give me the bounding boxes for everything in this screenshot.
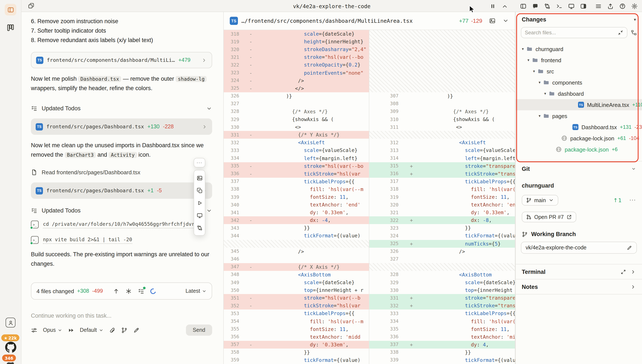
window-stack-icon[interactable] (28, 2, 34, 9)
diff-line[interactable]: 327 (224, 100, 369, 108)
collapse-up-icon[interactable] (502, 3, 508, 9)
open-pr-button[interactable]: Open PR #7 (522, 212, 576, 222)
play-icon[interactable] (194, 196, 205, 209)
changes-section-header[interactable]: Changes ▾ (516, 12, 642, 24)
diff-line[interactable]: 315+ stroke="transparent" (369, 162, 515, 170)
search-files-box[interactable] (521, 27, 627, 38)
diff-line[interactable]: 326 )} (224, 92, 369, 100)
diff-line[interactable]: 358 }} (224, 348, 369, 356)
diff-line[interactable]: 316+ tickStroke="transpa (369, 170, 515, 178)
diff-line[interactable]: 333 scale={valueScale} (224, 146, 369, 154)
diff-line[interactable]: 356 textAnchor: 'midd (224, 333, 369, 340)
tree-folder-frontend[interactable]: ▾frontend (516, 54, 642, 66)
diff-line[interactable]: 322- strokeOpacity={0.2} (224, 61, 369, 69)
diff-line[interactable]: 340 textAnchor: 'end' (224, 201, 369, 208)
diff-line[interactable]: 352- tickStroke="hsl(var (224, 302, 369, 310)
diff-line[interactable]: 337+ dy: 4, (369, 341, 515, 348)
monitor-icon[interactable] (568, 3, 574, 9)
copy-icon[interactable] (194, 184, 205, 196)
diff-line[interactable]: 329 {showAxis && ( (224, 116, 369, 123)
tree-file-Dashboard.tsx[interactable]: TSDashboard.tsx+131-233 (516, 122, 642, 133)
git-section-header[interactable]: Git (516, 162, 642, 173)
diff-line[interactable]: 347- {/* X Axis */} (224, 263, 369, 271)
diff-line[interactable]: 355 fontSize: 11, (224, 325, 369, 333)
diff-line[interactable]: 330 <> (224, 123, 369, 131)
pen-icon[interactable] (133, 327, 139, 333)
chat-bubble-icon[interactable] (532, 3, 538, 9)
diff-line[interactable]: 328 {/* Axes */} (224, 108, 369, 116)
diff-line[interactable]: 341 dy: '0.33em', (224, 208, 369, 216)
diff-line[interactable]: 339 fontSize: 11, (224, 193, 369, 201)
account-button[interactable] (6, 318, 16, 328)
image-diff-icon[interactable] (489, 18, 495, 24)
diff-line[interactable]: 331+ stroke="transparent" (369, 294, 515, 302)
menu-icon[interactable] (595, 3, 602, 9)
chevron-down-icon[interactable] (502, 18, 509, 24)
diff-line[interactable]: 307 )} (369, 92, 515, 100)
status-bar[interactable]: 4 files changed +308 -499 Latest (31, 282, 212, 300)
diff-line[interactable]: 318 fill: 'hsl(var(--m (369, 186, 515, 193)
diff-line[interactable]: 342- dx: -4, (224, 216, 369, 224)
diff-line[interactable]: 337 tickLabelProps={{ (224, 178, 369, 186)
diff-line[interactable]: 323- pointerEvents="none" (224, 69, 369, 76)
branch-selector[interactable]: main (522, 195, 558, 206)
diff-line[interactable]: 349 scale={dateScale} (224, 278, 369, 286)
diff-line[interactable]: 332+ tickStroke="transpa (369, 302, 515, 310)
working-branch-field[interactable]: vk/4e2a-explore-the-code (521, 242, 637, 254)
diff-line[interactable]: 339 tickFormat={(value) (369, 356, 515, 364)
diff-line[interactable]: 327 (369, 255, 515, 263)
diff-line[interactable]: 324 tickFormat={(value) (369, 232, 515, 240)
kanban-board-icon[interactable] (7, 24, 15, 32)
diff-line[interactable]: 326 /> (369, 248, 515, 255)
discord-badge[interactable]: 346 (2, 354, 16, 362)
diff-line[interactable]: 351- stroke="hsl(var(--b (224, 294, 369, 302)
more-options-icon[interactable]: ··· (629, 197, 636, 204)
diff-line[interactable]: 332 <AxisLeft (224, 139, 369, 146)
search-files-input[interactable] (525, 30, 615, 36)
diff-line[interactable]: 320 textAnchor: 'end' (369, 201, 515, 208)
arrow-up-icon[interactable] (113, 288, 119, 294)
diff-line[interactable]: 310 {showAxis && ( (369, 116, 515, 123)
terminal-section-header[interactable]: Terminal (522, 264, 636, 279)
diff-line[interactable]: 353 tickLabelProps={{ (224, 310, 369, 318)
diff-line[interactable]: 321 dy: '0.33em', (369, 208, 515, 216)
diff-line[interactable]: 338 fill: 'hsl(var(--m (224, 186, 369, 193)
mode-dropdown[interactable]: Default (80, 327, 103, 333)
pause-icon[interactable] (489, 3, 496, 9)
asterisk-icon[interactable] (125, 288, 132, 294)
tree-file-package-lock.json[interactable]: package-lock.json+61-104 (516, 133, 642, 144)
diff-line[interactable]: 320- strokeDasharray="2,4" (224, 46, 369, 53)
terminal-icon[interactable] (556, 3, 562, 9)
diff-line[interactable]: 338 }} (369, 348, 515, 356)
diff-line[interactable]: 319 fontSize: 11, (369, 193, 515, 201)
file-card-dashboard[interactable]: TS frontend/src/pages/Dashboard.tsx +130… (31, 118, 212, 135)
more-options-icon[interactable]: ··· (194, 158, 205, 168)
diff-line[interactable]: 334 fill: 'hsl(var(--m (369, 318, 515, 325)
notes-section-header[interactable]: Notes (522, 280, 636, 294)
tree-folder-churnguard[interactable]: ▾churnguard (516, 43, 642, 54)
diff-line[interactable]: 317 tickLabelProps={{ (369, 178, 515, 186)
diff-line[interactable]: 345 /> (224, 248, 369, 255)
diff-line[interactable]: 350 top={innerHeight + r (224, 286, 369, 294)
updated-todos-row[interactable]: Updated Todos (31, 105, 212, 112)
settings-icon[interactable] (631, 3, 638, 9)
chevron-right-icon[interactable] (630, 284, 636, 290)
github-icon[interactable] (5, 342, 16, 353)
diff-line[interactable]: 336 textAnchor: 'midd (369, 333, 515, 340)
model-dropdown[interactable]: Opus (43, 327, 62, 333)
file-card-multilinearea[interactable]: TS frontend/src/components/dashboard/Mul… (31, 52, 212, 68)
diff-line[interactable]: 335- stroke="hsl(var(--bo (224, 162, 369, 170)
diff-line[interactable]: 311 <> (369, 123, 515, 131)
diff-line[interactable]: 357- dy: '0.33em', (224, 341, 369, 348)
tree-file-MultiLineArea.tsx[interactable]: TSMultiLineArea.tsx+110-162 (516, 99, 642, 110)
edit-icon[interactable] (626, 245, 632, 250)
tree-folder-dashboard[interactable]: ▾dashboard (516, 88, 642, 99)
diff-line[interactable]: 312 <AxisLeft (369, 139, 515, 146)
git-compare-icon[interactable] (544, 3, 550, 9)
git-compare-icon[interactable] (194, 222, 205, 234)
diff-line[interactable]: 308 (369, 100, 515, 108)
collapse-tree-icon[interactable] (617, 30, 623, 36)
expand-icon[interactable] (620, 269, 626, 274)
help-icon[interactable] (619, 3, 626, 9)
branch-icon[interactable] (121, 327, 127, 333)
